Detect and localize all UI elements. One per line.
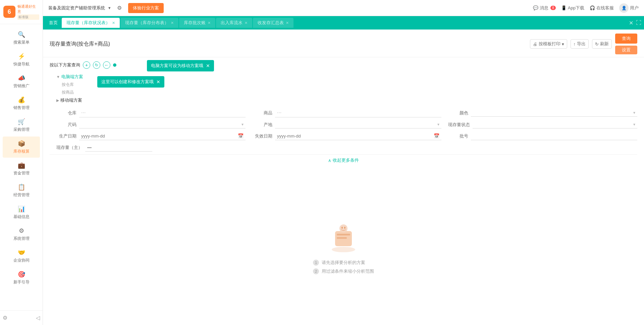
filter-row-1: 仓库 ··· 商品 ··· 颜色 ▾ <box>56 108 637 117</box>
expire-date-field[interactable] <box>277 133 434 139</box>
tab-inventory-dist[interactable]: 现存量（库存分布表） ✕ <box>120 18 178 28</box>
page-title-bar: 现存量查询(按仓库+商品) 🖨 按模板打印 ▾ ↑ 导出 ↻ 刷新 查询 设置 <box>43 30 644 57</box>
collapse-bar[interactable]: ∧ 收起更多条件 <box>50 154 637 166</box>
filter-field-warehouse: 仓库 ··· <box>56 108 246 117</box>
tab-fullscreen-icon[interactable]: ⛶ <box>636 20 641 26</box>
filter-field-batch: 批号 <box>448 132 637 140</box>
page-title: 现存量查询(按仓库+商品) <box>50 41 110 48</box>
color-dropdown-icon[interactable]: ▾ <box>633 110 635 115</box>
export-icon: ↑ <box>574 42 576 47</box>
goods-select[interactable]: ··· <box>275 108 441 117</box>
export-button[interactable]: ↑ 导出 <box>571 39 589 49</box>
empty-state: 1 请先选择要分析的方案 2 用过滤条件来缩小分析范围 <box>43 170 644 325</box>
sidebar-item-quick-nav[interactable]: ⚡ 快捷导航 <box>3 49 40 70</box>
quick-nav-icon: ⚡ <box>18 53 25 60</box>
size-dropdown-icon[interactable]: ▾ <box>241 122 244 127</box>
origin-select[interactable]: ▾ <box>275 121 441 128</box>
warehouse-select[interactable]: ··· <box>79 108 246 117</box>
page-content: 现存量查询(按仓库+商品) 🖨 按模板打印 ▾ ↑ 导出 ↻ 刷新 查询 设置 <box>43 30 644 325</box>
sidebar-item-basic[interactable]: 📊 基础信息 <box>3 202 40 223</box>
scheme-tree-mobile[interactable]: ▶ 移动端方案 <box>56 96 637 104</box>
settings-bottom-icon[interactable]: ⚙ <box>3 315 7 321</box>
stock-status-dropdown-icon[interactable]: ▾ <box>633 122 635 127</box>
filter-refresh-button[interactable]: ↻ <box>93 61 100 69</box>
tab-close-icon[interactable]: ✕ <box>286 21 289 25</box>
sidebar-item-label: 快捷导航 <box>13 61 30 67</box>
filter-header: 按以下方案查询 + ↻ ← <box>50 61 637 69</box>
origin-dropdown-icon[interactable]: ▾ <box>437 122 439 127</box>
tooltip2-close-icon[interactable]: ✕ <box>156 79 160 85</box>
color-label: 颜色 <box>448 110 468 116</box>
tab-close-icon[interactable]: ✕ <box>208 21 211 25</box>
dots-icon[interactable]: ··· <box>277 110 281 116</box>
system-selector[interactable]: ▾ <box>108 5 111 10</box>
system-name: 装备及固定资产辅助管理系统 <box>48 5 105 11</box>
tab-close-all-icon[interactable]: ✕ <box>629 20 633 26</box>
logo-text: 畅通通好生意 <box>17 4 39 14</box>
tab-close-icon[interactable]: ✕ <box>171 21 174 25</box>
size-select[interactable]: ▾ <box>79 121 246 128</box>
logo-tag: 标准版 <box>17 14 39 20</box>
empty-tip-2: 2 用过滤条件来缩小分析范围 <box>313 268 374 274</box>
filter-row-3: 生产日期 📅 失效日期 📅 批号 <box>56 132 637 140</box>
message-button[interactable]: 💬 消息 8 <box>533 5 556 11</box>
app-download-button[interactable]: 📱 App下载 <box>561 5 584 11</box>
filter-back-button[interactable]: ← <box>103 61 110 69</box>
calendar-icon[interactable]: 📅 <box>238 133 244 139</box>
sidebar-item-finance[interactable]: 💼 资金管理 <box>3 158 40 179</box>
system-icon: ⚙ <box>19 227 24 234</box>
range-dash: — <box>87 145 92 150</box>
sidebar-item-marketing[interactable]: 📣 营销推广 <box>3 71 40 92</box>
sub-item2-label: 按商品 <box>62 90 74 95</box>
empty-tip-1: 1 请先选择要分析的方案 <box>313 260 374 266</box>
print-button[interactable]: 🖨 按模板打印 ▾ <box>530 39 567 49</box>
empty-illustration <box>327 221 360 256</box>
set-button[interactable]: 设置 <box>615 46 637 54</box>
tab-bar: 首页 现存量（库存状况表） ✕ 现存量（库存分布表） ✕ 库存批次账 ✕ 出入库… <box>43 16 644 30</box>
collapse-sidebar-icon[interactable]: ◁ <box>36 315 40 321</box>
expire-date-label: 失效日期 <box>252 133 272 139</box>
filter-add-button[interactable]: + <box>83 61 90 69</box>
tab-close-icon[interactable]: ✕ <box>112 21 115 25</box>
tooltip1-close-icon[interactable]: ✕ <box>206 63 210 68</box>
sidebar-item-label: 采购管理 <box>13 127 30 132</box>
sidebar-item-enterprise[interactable]: 🤝 企业协同 <box>3 246 40 267</box>
tip-num-2: 2 <box>313 268 319 274</box>
sidebar-item-sales[interactable]: 💰 销售管理 <box>3 93 40 114</box>
batch-input[interactable] <box>471 132 637 140</box>
search-button[interactable]: 查询 <box>615 34 637 44</box>
dots-icon[interactable]: ··· <box>81 110 86 116</box>
printer-icon: 🖨 <box>533 42 537 47</box>
sidebar-item-purchase[interactable]: 🛒 采购管理 <box>3 115 40 136</box>
tab-home[interactable]: 首页 <box>46 18 61 28</box>
online-support-button[interactable]: 🎧 在线客服 <box>590 5 614 11</box>
filter-area: 按以下方案查询 + ↻ ← 电脑方案可设为移动方案哦 ✕ ▼ 电脑端方案 这里可… <box>43 57 644 170</box>
stock-qty-label: 现存量（主） <box>56 145 83 151</box>
expire-date-input[interactable]: 📅 <box>275 132 441 140</box>
sidebar-item-operations[interactable]: 📋 经营管理 <box>3 180 40 201</box>
tab-close-icon[interactable]: ✕ <box>245 21 248 25</box>
tab-in-out-flow[interactable]: 出入库流水 ✕ <box>216 18 252 28</box>
scheme-tree-arrow-icon: ▼ <box>56 75 60 79</box>
calendar2-icon[interactable]: 📅 <box>434 133 439 139</box>
user-menu[interactable]: 👤 用户 <box>619 3 639 13</box>
sidebar-item-label: 新手引导 <box>13 279 30 285</box>
sidebar-item-label: 搜索菜单 <box>13 40 30 45</box>
avatar: 👤 <box>619 3 629 13</box>
refresh-button[interactable]: ↻ 刷新 <box>592 39 612 49</box>
tab-receive-send[interactable]: 收发存汇总表 ✕ <box>253 18 293 28</box>
produce-date-input[interactable]: 📅 <box>79 132 246 140</box>
sidebar-item-guide[interactable]: 🎯 新手引导 <box>3 267 40 288</box>
tab-batch-account[interactable]: 库存批次账 ✕ <box>179 18 215 28</box>
message-icon: 💬 <box>533 5 538 10</box>
sidebar-item-search[interactable]: 🔍 搜索菜单 <box>3 28 40 49</box>
produce-date-field[interactable] <box>81 133 238 139</box>
filter-field-origin: 产地 ▾ <box>252 121 441 128</box>
tab-inventory-status[interactable]: 现存量（库存状况表） ✕ <box>62 18 120 28</box>
sidebar-item-system[interactable]: ⚙ 系统管理 <box>3 224 40 245</box>
trial-button[interactable]: 体验行业方案 <box>128 3 164 13</box>
settings-button[interactable]: ⚙ <box>114 3 125 13</box>
stock-status-select[interactable]: ▾ <box>473 121 637 128</box>
sidebar-item-inventory[interactable]: 📦 库存核算 <box>3 137 40 158</box>
color-select[interactable]: ▾ <box>471 109 637 117</box>
